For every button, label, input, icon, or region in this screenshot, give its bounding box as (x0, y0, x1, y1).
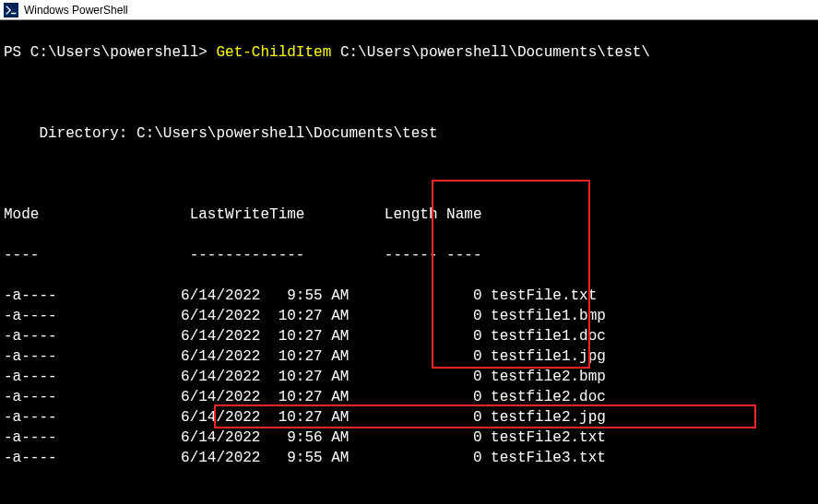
table-row: -a---- 6/14/2022 10:27 AM 0 testfile2.bm… (4, 367, 814, 387)
highlight-box-files (432, 180, 590, 369)
highlight-box-remove-command (214, 404, 756, 428)
table-row: -a---- 6/14/2022 9:55 AM 0 testFile.txt (4, 286, 814, 306)
table-row: -a---- 6/14/2022 10:27 AM 0 testfile1.jp… (4, 346, 814, 367)
window-titlebar: Windows PowerShell (0, 0, 818, 20)
directory-line: Directory: C:\Users\powershell\Documents… (4, 123, 814, 144)
cmdlet-get-childitem: Get-ChildItem (216, 44, 331, 61)
table-header: Mode LastWriteTime Length Name (4, 205, 814, 225)
table-row: -a---- 6/14/2022 9:56 AM 0 testFile2.txt (4, 428, 814, 448)
terminal-area[interactable]: PS C:\Users\powershell> Get-ChildItem C:… (0, 20, 818, 504)
prompt: PS C:\Users\powershell> (4, 44, 216, 61)
table-header-sep: ---- ------------- ------ ---- (4, 245, 814, 265)
table-row: -a---- 6/14/2022 10:27 AM 0 testfile1.bm… (4, 306, 814, 326)
table-row: -a---- 6/14/2022 9:55 AM 0 testFile3.txt (4, 448, 814, 468)
cmd-arg-path: C:\Users\powershell\Documents\test\ (340, 44, 650, 61)
powershell-icon (4, 3, 18, 18)
window-title: Windows PowerShell (24, 4, 128, 17)
table-row: -a---- 6/14/2022 10:27 AM 0 testfile1.do… (4, 326, 814, 346)
